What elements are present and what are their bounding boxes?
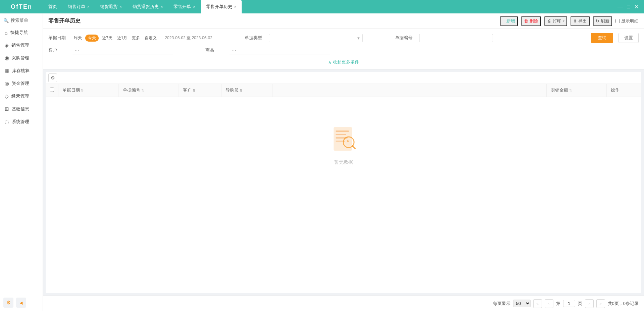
tab-sales-return-history[interactable]: 销货退货历史 × [127, 0, 168, 13]
prev-page-icon: ‹ [548, 301, 550, 306]
export-button[interactable]: ⬆ 导出 [571, 16, 590, 26]
maximize-icon[interactable]: □ [627, 4, 630, 10]
print-button-label: 打印 [553, 18, 561, 24]
add-button[interactable]: + 新增 [500, 16, 518, 26]
tab-retail-open-history[interactable]: 零售开单历史 × [201, 0, 242, 13]
sidebar-item-operations[interactable]: ◇ 经营管理 [0, 90, 43, 103]
delete-button[interactable]: 🗑 删除 [521, 16, 541, 26]
query-button[interactable]: 查询 [591, 33, 613, 43]
tab-sales-order[interactable]: 销售订单 × [62, 0, 95, 13]
sidebar: 🔍 搜索菜单 ⌂ 快捷导航 ◈ 销售管理 ◉ 采购管理 ▦ 库存核算 ◎ 资金管… [0, 13, 43, 311]
table-header: 单据日期 ⇅ 单据编号 ⇅ 客户 [46, 84, 641, 97]
th-date: 单据日期 ⇅ [58, 84, 119, 97]
th-customer-sort-icon[interactable]: ⇅ [193, 89, 195, 92]
home-icon: ⌂ [5, 30, 8, 36]
sidebar-item-inventory-label: 库存核算 [12, 68, 30, 74]
collapse-sidebar-icon: ◄ [19, 300, 24, 306]
th-date-sort-icon[interactable]: ⇅ [81, 89, 84, 92]
filter-row-2: 客户 商品 [48, 46, 639, 54]
date-btn-custom[interactable]: 自定义 [143, 35, 158, 42]
th-spacer [273, 84, 546, 97]
tab-retail-open[interactable]: 零售开单 × [168, 0, 200, 13]
sidebar-item-inventory[interactable]: ▦ 库存核算 [0, 64, 43, 77]
page-header: 零售开单历史 + 新增 🗑 删除 🖨 打印 ▾ ⬆ 导出 [43, 13, 644, 29]
sales-icon: ◈ [5, 42, 9, 48]
first-page-button[interactable]: « [533, 299, 542, 308]
collapse-sidebar-button[interactable]: ◄ [16, 298, 26, 308]
tab-home-label: 首页 [48, 4, 57, 10]
th-customer: 客户 ⇅ [179, 84, 221, 97]
tab-retail-open-history-close[interactable]: × [234, 5, 236, 9]
customer-input[interactable] [72, 46, 173, 54]
th-checkbox [46, 84, 58, 97]
doc-type-chevron-icon: ▾ [357, 36, 360, 41]
date-btn-more[interactable]: 更多 [131, 35, 141, 42]
th-no-label: 单据编号 [123, 87, 140, 93]
sidebar-bottom: ⚙ ◄ [0, 294, 43, 311]
doc-type-select[interactable]: ▾ [269, 34, 363, 42]
sidebar-item-finance[interactable]: ◎ 资金管理 [0, 77, 43, 90]
th-amount-sort-icon[interactable]: ⇅ [569, 89, 572, 92]
sidebar-item-base-info[interactable]: ⊞ 基础信息 [0, 103, 43, 115]
tab-sales-return-history-close[interactable]: × [161, 5, 163, 9]
tab-sales-order-label: 销售订单 [68, 4, 85, 10]
last-page-button[interactable]: » [596, 299, 605, 308]
select-all-checkbox[interactable] [50, 88, 54, 92]
page-size-select[interactable]: 50 20 100 [513, 300, 531, 307]
th-guide: 导购员 ⇅ [221, 84, 273, 97]
sidebar-search[interactable]: 🔍 搜索菜单 [0, 13, 43, 26]
date-buttons: 昨天 今天 近7天 近1月 更多 自定义 [72, 35, 158, 42]
print-button[interactable]: 🖨 打印 ▾ [544, 16, 567, 26]
collapse-more-btn[interactable]: ∧ 收起更多条件 [48, 58, 639, 66]
goods-input[interactable] [230, 46, 330, 54]
page-title: 零售开单历史 [48, 17, 81, 24]
data-table: 单据日期 ⇅ 单据编号 ⇅ 客户 [46, 84, 641, 97]
tab-retail-open-close[interactable]: × [193, 5, 195, 9]
sidebar-item-quick-nav-label: 快捷导航 [10, 30, 28, 36]
tab-sales-return-close[interactable]: × [119, 5, 121, 9]
display-detail-toggle[interactable]: 显示明细 [615, 18, 639, 24]
first-page-icon: « [536, 301, 539, 306]
th-no-sort-icon[interactable]: ⇅ [141, 89, 144, 92]
current-page-input[interactable] [563, 300, 575, 307]
prev-page-button[interactable]: ‹ [545, 299, 553, 308]
date-btn-yesterday[interactable]: 昨天 [72, 35, 83, 42]
minimize-icon[interactable]: — [617, 4, 623, 10]
svg-point-8 [347, 140, 349, 142]
sidebar-item-system-mgmt[interactable]: ◌ 系统管理 [0, 115, 43, 128]
sidebar-item-quick-nav[interactable]: ⌂ 快捷导航 [0, 26, 43, 39]
settings-bottom-icon: ⚙ [6, 300, 11, 306]
finance-icon: ◎ [5, 81, 9, 87]
empty-illustration [327, 124, 360, 154]
th-date-label: 单据日期 [62, 87, 80, 93]
sidebar-item-finance-label: 资金管理 [12, 81, 29, 87]
operations-icon: ◇ [5, 93, 9, 99]
tab-sales-return-history-label: 销货退货历史 [133, 4, 159, 10]
sidebar-item-base-info-label: 基础信息 [12, 106, 29, 112]
date-btn-1month[interactable]: 近1月 [116, 35, 129, 42]
th-guide-sort-icon[interactable]: ⇅ [240, 89, 242, 92]
print-chevron-icon: ▾ [563, 19, 564, 23]
tab-home[interactable]: 首页 [43, 0, 62, 13]
setting-button[interactable]: 设置 [618, 33, 639, 43]
doc-no-input[interactable] [419, 34, 493, 42]
search-icon: 🔍 [3, 18, 9, 23]
table-settings-button[interactable]: ⚙ [48, 73, 57, 82]
next-page-button[interactable]: › [585, 299, 594, 308]
refresh-button[interactable]: ↻ 刷新 [593, 16, 612, 26]
date-btn-today[interactable]: 今天 [85, 35, 99, 42]
tab-sales-return[interactable]: 销货退货 × [95, 0, 127, 13]
tab-bar-right-actions: — □ ✕ [617, 4, 644, 10]
sidebar-item-sales-mgmt[interactable]: ◈ 销售管理 [0, 39, 43, 52]
tab-sales-order-close[interactable]: × [87, 5, 89, 9]
collapse-more-label: 收起更多条件 [333, 59, 359, 65]
settings-bottom-button[interactable]: ⚙ [3, 298, 13, 308]
table-gear-icon: ⚙ [51, 75, 55, 81]
sidebar-search-label: 搜索菜单 [11, 17, 28, 23]
page-suffix: 页 [578, 301, 582, 307]
content-area: 零售开单历史 + 新增 🗑 删除 🖨 打印 ▾ ⬆ 导出 [43, 13, 644, 311]
window-close-icon[interactable]: ✕ [634, 4, 639, 10]
display-detail-checkbox[interactable] [615, 19, 620, 23]
date-btn-7days[interactable]: 近7天 [101, 35, 114, 42]
sidebar-item-purchase-mgmt[interactable]: ◉ 采购管理 [0, 52, 43, 64]
